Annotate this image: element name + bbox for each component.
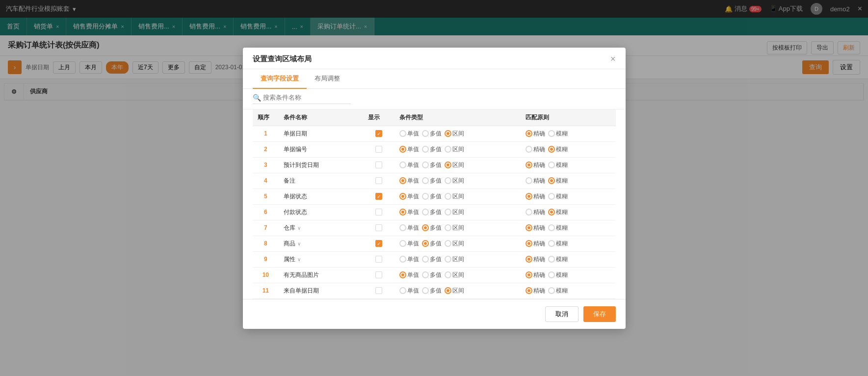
radio-circle bbox=[399, 130, 406, 137]
type-radio-item[interactable]: 区间 bbox=[445, 271, 464, 279]
type-radio-item[interactable]: 单值 bbox=[399, 145, 419, 154]
radio-circle bbox=[445, 130, 451, 137]
row-match: 精确模糊 bbox=[521, 157, 615, 173]
type-radio-item[interactable]: 区间 bbox=[445, 161, 464, 169]
table-row: 3预计到货日期单值多值区间精确模糊 bbox=[253, 157, 616, 173]
row-order: 8 bbox=[253, 236, 279, 251]
show-checkbox[interactable] bbox=[375, 209, 382, 215]
match-radio-item[interactable]: 精确 bbox=[526, 145, 545, 154]
conditions-table: 顺序 条件名称 显示 条件类型 匹配原则 1单据日期单值多值区间精确模糊2单据编… bbox=[253, 109, 616, 299]
show-checkbox[interactable] bbox=[375, 256, 382, 263]
type-radio-item[interactable]: 多值 bbox=[422, 287, 442, 295]
match-radio-item[interactable]: 模糊 bbox=[548, 255, 568, 264]
dialog-body: 顺序 条件名称 显示 条件类型 匹配原则 1单据日期单值多值区间精确模糊2单据编… bbox=[243, 109, 626, 299]
type-radio-item[interactable]: 区间 bbox=[445, 130, 464, 138]
type-radio-item[interactable]: 多值 bbox=[422, 130, 442, 138]
match-radio-item[interactable]: 模糊 bbox=[548, 287, 568, 295]
type-radio-item[interactable]: 单值 bbox=[399, 177, 419, 185]
match-radio-item[interactable]: 精确 bbox=[526, 192, 545, 201]
type-radio-item[interactable]: 区间 bbox=[445, 177, 464, 185]
show-checkbox[interactable] bbox=[375, 177, 382, 184]
match-radio-item[interactable]: 模糊 bbox=[548, 161, 568, 169]
show-checkbox[interactable] bbox=[375, 224, 382, 231]
match-radio-item[interactable]: 模糊 bbox=[548, 145, 568, 154]
dialog-tab-field-settings[interactable]: 查询字段设置 bbox=[253, 69, 307, 89]
match-radio-item[interactable]: 精确 bbox=[526, 161, 545, 169]
type-radio-item[interactable]: 区间 bbox=[445, 224, 464, 232]
show-checkbox[interactable] bbox=[375, 287, 382, 294]
match-radio-item[interactable]: 精确 bbox=[526, 208, 545, 216]
type-radio-item[interactable]: 多值 bbox=[422, 240, 442, 248]
type-radio-item[interactable]: 区间 bbox=[445, 240, 464, 248]
type-radio-item[interactable]: 多值 bbox=[422, 145, 442, 154]
radio-circle bbox=[445, 146, 451, 153]
row-match: 精确模糊 bbox=[521, 236, 615, 251]
type-radio-item[interactable]: 区间 bbox=[445, 208, 464, 216]
match-radio-item[interactable]: 模糊 bbox=[548, 271, 568, 279]
chevron-down-icon: ∨ bbox=[297, 241, 301, 246]
match-radio-item[interactable]: 模糊 bbox=[548, 240, 568, 248]
type-radio-item[interactable]: 单值 bbox=[399, 224, 419, 232]
type-radio-item[interactable]: 区间 bbox=[445, 145, 464, 154]
match-radio-item[interactable]: 精确 bbox=[526, 287, 545, 295]
type-radio-item[interactable]: 单值 bbox=[399, 287, 419, 295]
row-name: 单据日期 bbox=[279, 126, 363, 141]
type-radio-item[interactable]: 区间 bbox=[445, 287, 464, 295]
dialog-search-area: 🔍 bbox=[243, 89, 626, 109]
match-radio-item[interactable]: 精确 bbox=[526, 271, 545, 279]
type-radio-item[interactable]: 多值 bbox=[422, 208, 442, 216]
row-show bbox=[363, 267, 395, 283]
show-checkbox[interactable] bbox=[375, 130, 382, 137]
type-radio-item[interactable]: 多值 bbox=[422, 271, 442, 279]
show-checkbox[interactable] bbox=[375, 271, 382, 278]
match-radio-item[interactable]: 精确 bbox=[526, 177, 545, 185]
match-radio-item[interactable]: 模糊 bbox=[548, 177, 568, 185]
dialog-tab-layout[interactable]: 布局调整 bbox=[307, 69, 348, 89]
type-radio-item[interactable]: 单值 bbox=[399, 161, 419, 169]
match-radio-item[interactable]: 精确 bbox=[526, 240, 545, 248]
match-radio-item[interactable]: 模糊 bbox=[548, 208, 568, 216]
show-checkbox[interactable] bbox=[375, 146, 382, 153]
type-radio-item[interactable]: 区间 bbox=[445, 192, 464, 201]
show-checkbox[interactable] bbox=[375, 161, 382, 168]
type-radio-item[interactable]: 单值 bbox=[399, 271, 419, 279]
radio-circle bbox=[399, 271, 406, 278]
save-button[interactable]: 保存 bbox=[583, 306, 616, 322]
show-checkbox[interactable] bbox=[375, 193, 382, 200]
match-radio-item[interactable]: 精确 bbox=[526, 130, 545, 138]
chevron-down-icon: ∨ bbox=[297, 225, 301, 231]
radio-circle bbox=[445, 271, 451, 278]
match-radio-item[interactable]: 模糊 bbox=[548, 130, 568, 138]
match-radio-item[interactable]: 模糊 bbox=[548, 192, 568, 201]
type-radio-item[interactable]: 单值 bbox=[399, 130, 419, 138]
type-radio-item[interactable]: 多值 bbox=[422, 224, 442, 232]
row-order: 7 bbox=[253, 220, 279, 236]
row-match: 精确模糊 bbox=[521, 251, 615, 267]
match-radio-item[interactable]: 模糊 bbox=[548, 224, 568, 232]
type-radio-item[interactable]: 多值 bbox=[422, 255, 442, 264]
show-checkbox[interactable] bbox=[375, 240, 382, 247]
match-radio-item[interactable]: 精确 bbox=[526, 224, 545, 232]
row-show bbox=[363, 251, 395, 267]
radio-circle bbox=[422, 193, 429, 200]
radio-circle bbox=[526, 193, 532, 200]
type-radio-item[interactable]: 单值 bbox=[399, 240, 419, 248]
radio-circle bbox=[422, 224, 429, 231]
dialog-close-button[interactable]: × bbox=[610, 54, 616, 63]
search-input[interactable] bbox=[263, 94, 351, 101]
table-row: 10有无商品图片单值多值区间精确模糊 bbox=[253, 267, 616, 283]
type-radio-item[interactable]: 多值 bbox=[422, 161, 442, 169]
type-radio-item[interactable]: 多值 bbox=[422, 192, 442, 201]
type-radio-item[interactable]: 单值 bbox=[399, 255, 419, 264]
search-box: 🔍 bbox=[253, 94, 351, 104]
type-radio-item[interactable]: 单值 bbox=[399, 208, 419, 216]
cancel-button[interactable]: 取消 bbox=[545, 306, 579, 322]
type-radio-item[interactable]: 区间 bbox=[445, 255, 464, 264]
type-radio-item[interactable]: 单值 bbox=[399, 192, 419, 201]
row-order: 10 bbox=[253, 267, 279, 283]
radio-circle bbox=[422, 177, 429, 184]
type-radio-item[interactable]: 多值 bbox=[422, 177, 442, 185]
row-match: 精确模糊 bbox=[521, 220, 615, 236]
radio-circle bbox=[526, 146, 532, 153]
match-radio-item[interactable]: 精确 bbox=[526, 255, 545, 264]
